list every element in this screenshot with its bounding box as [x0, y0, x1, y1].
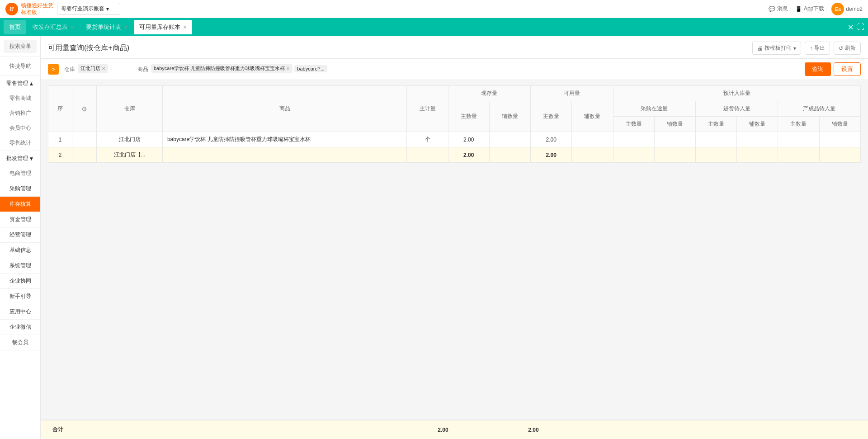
settings-button[interactable]: 设置 — [834, 62, 861, 76]
sidebar-search-area: 搜索菜单 — [0, 36, 40, 57]
table-footer: 合计 2.00 2.00 — [41, 420, 868, 439]
close-tab-available-stock[interactable]: ✕ — [183, 25, 187, 30]
company-select[interactable]: 母婴行业演示账套 ▾ — [57, 3, 120, 15]
sidebar-section-retail: 零售管理 ▲ 零售商城 营销推广 会员中心 零售统计 — [0, 76, 40, 151]
sidebar-section-system: 系统管理 — [0, 258, 40, 274]
sidebar-section-enterprise-header[interactable]: 企业协同 — [0, 274, 40, 288]
chevron-down-icon: ▾ — [793, 45, 796, 52]
cell-stock-main-2: 2.00 — [448, 147, 489, 163]
expand-filter-button[interactable]: » — [48, 64, 59, 75]
th-warehouse: 仓库 — [97, 86, 163, 132]
cell-incoming-sub-1 — [737, 132, 778, 147]
cell-no-1: 1 — [48, 132, 72, 147]
close-tab-receive-pay[interactable]: ✕ — [71, 25, 74, 30]
remove-product-tag-1[interactable]: ✕ — [286, 66, 290, 71]
th-stock-group: 现存量 — [448, 86, 530, 101]
th-avail-sub: 辅数量 — [572, 101, 613, 132]
th-available-group: 可用量 — [531, 86, 613, 101]
cell-settings-2 — [72, 147, 96, 163]
sidebar-section-member: 畅会员 — [0, 335, 40, 350]
cell-incoming-sub-2 — [737, 147, 778, 163]
data-table: 序 ⚙ 仓库 商品 主计量 现存量 可用量 预计入库量 主数量 辅数量 — [48, 85, 861, 163]
sidebar-section-newbie-header[interactable]: 新手引导 — [0, 289, 40, 304]
footer-stock-main: 2.00 — [416, 427, 470, 433]
page-header: 可用量查询(按仓库+商品) 🖨 按模板打印 ▾ ↑ 导出 ↺ 刷新 — [41, 36, 868, 59]
tab-available-stock[interactable]: 可用量库存账本 ✕ — [134, 20, 192, 34]
cell-production-sub-2 — [819, 147, 860, 163]
cell-production-main-2 — [778, 147, 819, 163]
cell-production-main-1 — [778, 132, 819, 147]
th-avail-main: 主数量 — [531, 101, 572, 132]
filter-bar: » 仓库 江北门店 ✕ ··· 商品 babycare学饮杯 儿童防摔防撞吸管杯… — [41, 59, 868, 80]
message-icon: 💬 — [769, 6, 775, 12]
cell-purchase-transit-main-1 — [613, 132, 654, 147]
maximize-icon: ⛶ — [857, 23, 864, 31]
sidebar-item-marketing[interactable]: 营销推广 — [0, 106, 40, 121]
cell-purchase-transit-main-2 — [613, 147, 654, 163]
table-row: 2 江北门店【... 2.00 2.00 — [48, 147, 861, 163]
sidebar-item-quick-nav[interactable]: 快捷导航 — [0, 59, 40, 74]
footer-avail-main: 2.00 — [506, 427, 561, 433]
cell-purchase-transit-sub-2 — [654, 147, 695, 163]
sidebar-item-inventory[interactable]: 库存核算 — [0, 197, 40, 212]
sidebar-item-members[interactable]: 会员中心 — [0, 121, 40, 136]
sidebar-section-wholesale: 批发管理 ▼ 电商管理 — [0, 151, 40, 181]
sidebar-section-appcenter-header[interactable]: 应用中心 — [0, 304, 40, 319]
top-bar-left: 好 畅捷通好生意 标准版 母婴行业演示账套 ▾ — [5, 2, 120, 15]
cell-avail-sub-1 — [572, 132, 613, 147]
remove-warehouse-tag[interactable]: ✕ — [102, 66, 105, 71]
tab-home[interactable]: 首页 — [4, 20, 26, 34]
warehouse-more-options[interactable]: ··· — [110, 66, 114, 71]
th-purchase-transit-sub: 辅数量 — [654, 117, 695, 132]
sidebar-section-finance-header[interactable]: 资金管理 — [0, 212, 40, 227]
sidebar-section-corpwx: 企业微信 — [0, 320, 40, 335]
chevron-up-icon: ▲ — [29, 80, 34, 87]
logo-text: 畅捷通好生意 标准版 — [21, 2, 53, 15]
cell-avail-sub-2 — [572, 147, 613, 163]
sidebar-nav: 快捷导航 — [0, 57, 40, 76]
sidebar-section-wholesale-header[interactable]: 批发管理 ▼ — [0, 151, 40, 166]
sidebar-section-member-header[interactable]: 畅会员 — [0, 335, 40, 350]
th-incoming-group: 进货待入量 — [695, 101, 778, 117]
sidebar: 搜索菜单 快捷导航 零售管理 ▲ 零售商城 营销推广 会员中心 零售统计 批发管… — [0, 36, 41, 439]
settings-icon[interactable]: ⚙ — [81, 105, 87, 113]
sidebar-section-operations-header[interactable]: 经营管理 — [0, 227, 40, 242]
sidebar-section-operations: 经营管理 — [0, 227, 40, 243]
logo-icon: 好 — [5, 3, 18, 15]
sidebar-section-enterprise: 企业协同 — [0, 274, 40, 289]
tab-order-stats[interactable]: 要货单统计表 ✕ — [80, 20, 133, 34]
tab-receive-pay[interactable]: 收发存汇总表 ✕ — [27, 20, 80, 34]
search-menu-button[interactable]: 搜索菜单 — [4, 40, 37, 53]
export-button[interactable]: ↑ 导出 — [805, 42, 830, 55]
product-tags: babycare学饮杯 儿童防摔防撞吸管杯重力球吸嘴杯宝宝水杯 ✕ babyca… — [151, 64, 327, 74]
cell-incoming-main-1 — [695, 132, 736, 147]
sidebar-section-corpwx-header[interactable]: 企业微信 — [0, 320, 40, 335]
cell-purchase-transit-sub-1 — [654, 132, 695, 147]
product-filter: 商品 babycare学饮杯 儿童防摔防撞吸管杯重力球吸嘴杯宝宝水杯 ✕ bab… — [137, 64, 327, 74]
message-action[interactable]: 💬 消息 — [769, 5, 788, 13]
sidebar-section-purchase: 采购管理 — [0, 181, 40, 197]
sidebar-section-basics-header[interactable]: 基础信息 — [0, 243, 40, 258]
template-print-button[interactable]: 🖨 按模板打印 ▾ — [752, 42, 801, 55]
sidebar-item-retail-shop[interactable]: 零售商城 — [0, 91, 40, 106]
chevron-down-icon: ▼ — [29, 156, 34, 162]
sidebar-section-purchase-header[interactable]: 采购管理 — [0, 181, 40, 196]
product-tag-1: babycare学饮杯 儿童防摔防撞吸管杯重力球吸嘴杯宝宝水杯 ✕ — [151, 64, 292, 73]
sidebar-item-ecommerce[interactable]: 电商管理 — [0, 166, 40, 181]
query-button[interactable]: 查询 — [805, 62, 831, 76]
warehouse-tag-jiangbei: 江北门店 ✕ — [78, 64, 108, 73]
user-action[interactable]: Ea demo2 — [831, 3, 863, 15]
sidebar-section-retail-header[interactable]: 零售管理 ▲ — [0, 76, 40, 91]
th-no: 序 — [48, 86, 72, 132]
sidebar-section-finance: 资金管理 — [0, 212, 40, 227]
page-actions: 🖨 按模板打印 ▾ ↑ 导出 ↺ 刷新 — [752, 42, 861, 55]
close-all-tabs[interactable]: ✕ ⛶ — [848, 23, 864, 32]
sidebar-section-system-header[interactable]: 系统管理 — [0, 258, 40, 273]
sidebar-item-retail-stats[interactable]: 零售统计 — [0, 136, 40, 151]
cell-stock-main-1: 2.00 — [448, 132, 489, 147]
footer-label: 合计 — [48, 424, 116, 435]
app-download-action[interactable]: 📱 App下载 — [795, 5, 824, 13]
cell-unit-1: 个 — [407, 132, 448, 147]
refresh-button[interactable]: ↺ 刷新 — [834, 42, 861, 55]
close-tab-order-stats[interactable]: ✕ — [124, 25, 127, 30]
